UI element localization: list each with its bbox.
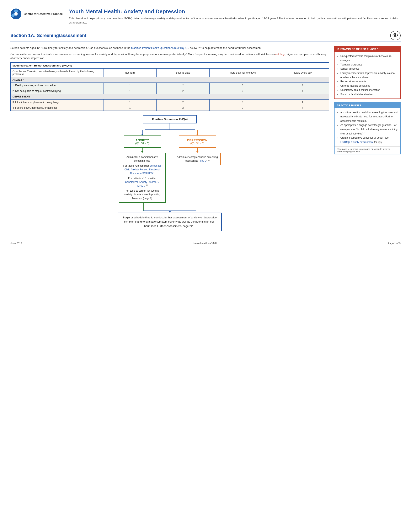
anxiety-box: ANXIETY (Q1+Q2 ≥ 3): [124, 135, 161, 148]
flow-hline: [145, 129, 195, 130]
red-flags-list: Unexpected somatic complaints or behavio…: [337, 54, 398, 96]
phq-row2-question: 2. Not being able to stop or control wor…: [10, 88, 104, 94]
anxiety-action-2: For those <18 consider Screen for Child …: [122, 164, 163, 175]
lgtbq-link[interactable]: LGTBQ+ friendly environment: [340, 141, 373, 144]
depression-action-box: Administer comprehensive screening test …: [174, 153, 221, 165]
practice-points-list: A positive result on an initial screenin…: [337, 110, 398, 144]
logo-area: Centre for Effective Practice: [10, 8, 63, 19]
bottom-arrow-down: [169, 211, 171, 213]
phq-row1-v3: 3: [210, 83, 276, 88]
phq4-link[interactable]: Modified Patient Health Questionnaire (P…: [131, 46, 188, 49]
phq-row3-v3: 3: [210, 99, 276, 105]
phq-row1-question: 1. Feeling nervous, anxious or on edge: [10, 83, 104, 88]
red-flag-item-7: Uncertainty about sexual orientation: [340, 88, 398, 92]
anxiety-action-3: For patients ≥18 consider Generalized An…: [122, 176, 163, 188]
flow-h-connector: [119, 124, 221, 130]
depression-section-label: DEPRESSION: [10, 94, 329, 99]
red-flags-box: ⚐ EXAMPLES OF RED FLAGS ²·⁷ Unexpected s…: [334, 46, 401, 99]
practice-point-2: As appropriate,* engage parent/legal gua…: [340, 123, 398, 136]
red-flags-title: EXAMPLES OF RED FLAGS ²·⁷: [340, 48, 379, 51]
phq-col4: Nearly every day: [276, 68, 329, 77]
red-flag-item-5: Recent stressful events: [340, 79, 398, 84]
two-col-layout: Screen patients aged 12-24 routinely for…: [10, 46, 401, 231]
svg-point-1: [14, 12, 18, 16]
phq-col-question: Over the last 2 weeks, how often have yo…: [10, 68, 104, 77]
phq-row1-v2: 2: [156, 83, 210, 88]
flow-vline-top: [170, 124, 170, 130]
phq-row3-v2: 2: [156, 99, 210, 105]
cep-logo-icon: [10, 8, 22, 19]
phq-row2-v3: 3: [210, 88, 276, 94]
phq-row1-v1: 1: [104, 83, 156, 88]
phq9-link[interactable]: PHQ-9: [199, 159, 206, 162]
phq-row1-v4: 4: [276, 83, 329, 88]
anxiety-action-box: Administer a comprehensive screening tes…: [119, 153, 166, 203]
main-title: Youth Mental Health: Anxiety and Depress…: [69, 8, 401, 15]
phq-row4-v1: 1: [104, 105, 156, 111]
footer: June 2017 thewellhealth.ca/YMH Page 1 of…: [10, 240, 401, 245]
red-flag-item-4: Family members with depression, anxiety,…: [340, 71, 398, 80]
intro-para1: Screen patients aged 12-24 routinely for…: [10, 46, 329, 50]
red-flags-header: ⚐ EXAMPLES OF RED FLAGS ²·⁷: [335, 46, 400, 52]
phq-row3-question: 3. Little interest or pleasure in doing …: [10, 99, 104, 105]
practice-points-note: *See page 7 for more information on when…: [335, 146, 400, 154]
positive-screen-box: Positive Screen on PHQ-4: [143, 115, 197, 124]
depression-arrow-down: [196, 134, 199, 135]
flow-merge-connector: [119, 203, 221, 211]
footer-page: Page 1 of 9: [388, 242, 401, 245]
depression-box-title: DEPRESSION: [183, 138, 211, 142]
flag-icon: ⚐: [337, 48, 339, 51]
intro-para2: Current evidence does not indicate a rec…: [10, 52, 329, 60]
flowchart: Positive Screen on PHQ-4 ANXIETY (Q1+Q2 …: [10, 115, 329, 231]
phq-row4-v2: 2: [156, 105, 210, 111]
phq-row3-v1: 1: [104, 99, 156, 105]
depression-box-sub: (Q3+Q4 ≥ 3): [183, 142, 211, 145]
red-flag-item-8: Social or familial risk situation: [340, 92, 398, 96]
depression-box: DEPRESSION (Q3+Q4 ≥ 3): [179, 135, 216, 148]
footer-date: June 2017: [10, 242, 22, 245]
depression-col: DEPRESSION (Q3+Q4 ≥ 3) Administer compre…: [174, 130, 221, 165]
header-area: Centre for Effective Practice Youth Ment…: [10, 8, 401, 25]
flow-vline-left-start: [145, 129, 145, 130]
gad7-link[interactable]: Generalized Anxiety Disorder 7 (GAD-7): [125, 180, 159, 187]
bottom-box-text: Begin or schedule time to conduct furthe…: [123, 216, 217, 228]
phq-table-title: Modified Patient Health Questionnaire (P…: [10, 63, 329, 69]
anxiety-arrow-down: [141, 134, 143, 135]
anxiety-box-title: ANXIETY: [128, 138, 156, 142]
footer-url: thewellhealth.ca/YMH: [193, 242, 217, 245]
merge-hline: [143, 210, 196, 211]
phq-col2: Several days: [156, 68, 210, 77]
anxiety-vline-mid: [142, 148, 143, 151]
phq-row4-v3: 3: [210, 105, 276, 111]
anxiety-col: ANXIETY (Q1+Q2 ≥ 3) Administer a compreh…: [119, 130, 166, 203]
phq-col3: More than half the days: [210, 68, 276, 77]
anxiety-box-sub: (Q1+Q2 ≥ 3): [128, 142, 156, 145]
practice-point-3: Create a supportive space for all youth …: [340, 136, 398, 144]
depression-action: Administer comprehensive screening test …: [177, 155, 218, 163]
anxiety-action-4: For tools to screen for specific anxiety…: [122, 189, 163, 200]
practice-points-box: PRACTICE POINTS A positive result on an …: [334, 102, 401, 154]
red-flag-item-6: Chronic medical conditions: [340, 84, 398, 88]
anxiety-action-1: Administer a comprehensive screening tes…: [122, 155, 163, 163]
phq-table: Modified Patient Health Questionnaire (P…: [10, 62, 329, 111]
side-col: ⚐ EXAMPLES OF RED FLAGS ²·⁷ Unexpected s…: [334, 46, 401, 231]
main-col: Screen patients aged 12-24 routinely for…: [10, 46, 329, 231]
phq-row4-v4: 4: [276, 105, 329, 111]
header-desc: This clinical tool helps primary care pr…: [69, 16, 401, 25]
flow-split-row: ANXIETY (Q1+Q2 ≥ 3) Administer a compreh…: [119, 130, 221, 203]
practice-points-content: A positive result on an initial screenin…: [335, 108, 400, 146]
red-flags-content: Unexpected somatic complaints or behavio…: [335, 52, 400, 98]
section-header: Section 1A: Screening/assessment 👁: [10, 31, 401, 42]
bottom-box: Begin or schedule time to conduct furthe…: [118, 213, 222, 231]
red-flag-item-2: Teenage pregnancy: [340, 63, 398, 67]
practice-points-header: PRACTICE POINTS: [335, 103, 400, 108]
phq-row4-question: 4. Feeling down, depressed, or hopeless: [10, 105, 104, 111]
red-flag-item-3: School absences: [340, 67, 398, 71]
merge-right-vline: [196, 203, 196, 211]
eye-icon: 👁: [390, 31, 401, 40]
anxiety-vline-top: [142, 130, 143, 134]
red-flag-item-1: Unexpected somatic complaints or behavio…: [340, 54, 398, 63]
phq-row3-v4: 4: [276, 99, 329, 105]
header-right: Youth Mental Health: Anxiety and Depress…: [69, 8, 401, 25]
scared-link[interactable]: Screen for Child Anxiety Related Emotion…: [124, 164, 161, 175]
